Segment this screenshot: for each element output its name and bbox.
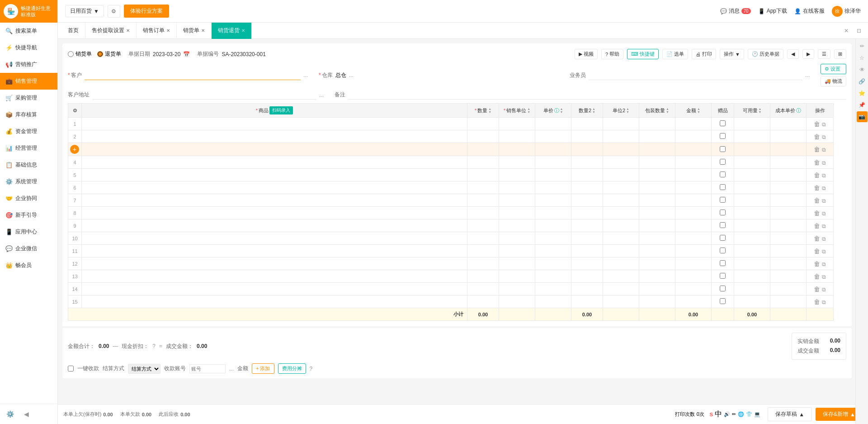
- del-btn-10[interactable]: 🗑: [814, 235, 820, 242]
- cell-qty-4[interactable]: [467, 156, 499, 169]
- cell-unit2-2[interactable]: [603, 130, 639, 143]
- cell-avail-5[interactable]: [734, 169, 770, 181]
- cell-avail-4[interactable]: [734, 156, 770, 169]
- cell-qty-3[interactable]: [467, 143, 499, 156]
- cell-gift-4[interactable]: [712, 156, 734, 169]
- cell-unit-8[interactable]: [499, 207, 535, 219]
- cell-cost-15[interactable]: [770, 295, 807, 308]
- cell-qty2-4[interactable]: [571, 156, 603, 169]
- del-btn-15[interactable]: 🗑: [814, 298, 820, 305]
- cell-amount-4[interactable]: [675, 156, 712, 169]
- sidebar-item-system[interactable]: ⚙️ 系统管理: [0, 173, 57, 190]
- print-btn[interactable]: 🖨 打印: [692, 49, 716, 59]
- cell-avail-13[interactable]: [734, 270, 770, 283]
- copy-btn-13[interactable]: ⧉: [822, 274, 826, 280]
- cell-unit-15[interactable]: [499, 295, 535, 308]
- sidebar-item-marketing[interactable]: 📢 营销推广: [0, 56, 57, 73]
- cell-product-1[interactable]: [82, 118, 467, 130]
- cell-unit2-12[interactable]: [603, 257, 639, 270]
- cell-price-12[interactable]: [535, 257, 571, 270]
- cell-cost-4[interactable]: [770, 156, 807, 169]
- copy-btn-12[interactable]: ⧉: [822, 261, 826, 267]
- avail-sort[interactable]: ▲▼: [759, 107, 762, 114]
- gift-checkbox-5[interactable]: [720, 172, 726, 177]
- del-btn-4[interactable]: 🗑: [814, 159, 820, 166]
- cell-gift-15[interactable]: [712, 295, 734, 308]
- cell-cost-14[interactable]: [770, 283, 807, 295]
- cell-unit-5[interactable]: [499, 169, 535, 181]
- del-btn-2[interactable]: 🗑: [814, 133, 820, 140]
- cell-avail-14[interactable]: [734, 283, 770, 295]
- cell-pkgqty-8[interactable]: [639, 207, 675, 219]
- price-sort[interactable]: ▲▼: [560, 107, 563, 114]
- trial-btn[interactable]: 体验行业方案: [124, 5, 169, 18]
- cell-qty-5[interactable]: [467, 169, 499, 181]
- cell-unit-12[interactable]: [499, 257, 535, 270]
- cell-product-14[interactable]: [82, 283, 467, 295]
- cell-product-9[interactable]: [82, 219, 467, 232]
- unit-sort[interactable]: ▲▼: [527, 107, 530, 114]
- cell-unit-3[interactable]: [499, 143, 535, 156]
- cell-gift-1[interactable]: [712, 118, 734, 130]
- status-icon-4[interactable]: ✏: [732, 411, 736, 417]
- copy-btn-7[interactable]: ⧉: [822, 198, 826, 204]
- cell-pkgqty-3[interactable]: [639, 143, 675, 156]
- sidebar-item-finance[interactable]: 💰 资金管理: [0, 123, 57, 140]
- cell-gift-7[interactable]: [712, 194, 734, 207]
- online-service-btn[interactable]: 👤 在线客服: [794, 7, 825, 15]
- cell-pkgqty-14[interactable]: [639, 283, 675, 295]
- status-icon-5[interactable]: 🌐: [738, 411, 744, 417]
- cell-product-8[interactable]: [82, 207, 467, 219]
- video-btn[interactable]: ▶ 视频: [575, 49, 598, 59]
- cell-product-5[interactable]: [82, 169, 467, 181]
- sidebar-item-weixin[interactable]: 💬 企业微信: [0, 240, 57, 257]
- cell-unit2-10[interactable]: [603, 232, 639, 245]
- cost-info-icon[interactable]: ⓘ: [796, 107, 801, 114]
- cell-amount-13[interactable]: [675, 270, 712, 283]
- cell-cost-10[interactable]: [770, 232, 807, 245]
- cell-pkgqty-13[interactable]: [639, 270, 675, 283]
- sidebar-item-vip[interactable]: 👑 畅会员: [0, 257, 57, 274]
- right-view-btn[interactable]: 👁: [857, 64, 868, 75]
- cell-amount-10[interactable]: [675, 232, 712, 245]
- cell-product-12[interactable]: [82, 257, 467, 270]
- cell-pkgqty-4[interactable]: [639, 156, 675, 169]
- cell-price-5[interactable]: [535, 169, 571, 181]
- cell-pkgqty-2[interactable]: [639, 130, 675, 143]
- qty2-sort[interactable]: ▲▼: [592, 107, 595, 114]
- fee-help-icon[interactable]: ?: [310, 366, 313, 372]
- cell-avail-11[interactable]: [734, 245, 770, 257]
- cell-pkgqty-1[interactable]: [639, 118, 675, 130]
- cell-unit2-14[interactable]: [603, 283, 639, 295]
- calendar-icon[interactable]: 📅: [183, 51, 190, 57]
- cell-qty-15[interactable]: [467, 295, 499, 308]
- cell-unit2-11[interactable]: [603, 245, 639, 257]
- cell-qty-9[interactable]: [467, 219, 499, 232]
- radio-sale[interactable]: 销货单: [68, 50, 92, 58]
- cell-amount-11[interactable]: [675, 245, 712, 257]
- cell-cost-3[interactable]: [770, 143, 807, 156]
- del-btn-3[interactable]: 🗑: [814, 146, 820, 153]
- cell-amount-15[interactable]: [675, 295, 712, 308]
- radio-return[interactable]: 退货单: [97, 50, 121, 58]
- cell-qty2-14[interactable]: [571, 283, 603, 295]
- cell-avail-12[interactable]: [734, 257, 770, 270]
- cell-cost-8[interactable]: [770, 207, 807, 219]
- cell-gift-8[interactable]: [712, 207, 734, 219]
- address-input[interactable]: [92, 90, 316, 100]
- cell-gift-5[interactable]: [712, 169, 734, 181]
- list-view-btn[interactable]: ☰: [818, 49, 830, 59]
- gift-checkbox-13[interactable]: [720, 273, 726, 279]
- close-all-btn[interactable]: ✕: [841, 25, 852, 36]
- user-profile[interactable]: 徐 徐泽华: [832, 6, 861, 17]
- customer-dots[interactable]: ...: [303, 72, 308, 78]
- gift-checkbox-15[interactable]: [720, 298, 726, 304]
- tab-sales-return-close[interactable]: ✕: [241, 28, 245, 33]
- cell-amount-3[interactable]: [675, 143, 712, 156]
- cell-avail-10[interactable]: [734, 232, 770, 245]
- cell-unit2-7[interactable]: [603, 194, 639, 207]
- cell-avail-8[interactable]: [734, 207, 770, 219]
- gift-checkbox-14[interactable]: [720, 286, 726, 291]
- fee-split-btn[interactable]: 费用分摊: [278, 363, 306, 374]
- gift-checkbox-10[interactable]: [720, 235, 726, 241]
